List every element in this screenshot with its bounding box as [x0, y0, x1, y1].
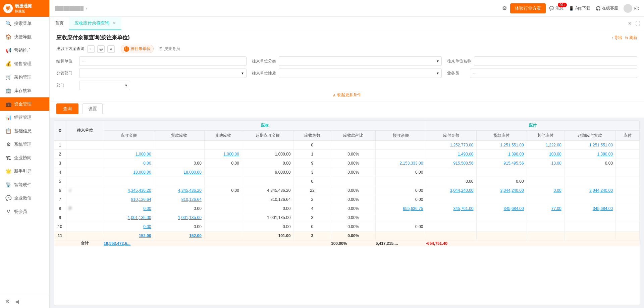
filter-collapse-btn[interactable]: « [107, 45, 115, 53]
cell-unit [66, 159, 104, 168]
scheme-unit-icon: U [124, 46, 129, 52]
settle-unit-input[interactable]: ··· [79, 56, 247, 66]
filter-target-btn[interactable]: ◎ [97, 45, 105, 53]
user-menu[interactable]: Rit [624, 4, 639, 13]
cell-other-ap[interactable]: 13.00 [527, 159, 564, 168]
cell-ar-amount[interactable]: 4,345,436.20 [104, 186, 154, 195]
query-button[interactable]: 查询 [56, 103, 78, 114]
cell-other-ap[interactable]: 77.00 [527, 204, 564, 213]
cell-ap-amount[interactable]: 345,761.00 [426, 204, 476, 213]
cell-ap2 [616, 204, 640, 213]
footer-ap-amount: -654,751.40 [426, 240, 476, 247]
cell-ap-amount[interactable]: 915,508.56 [426, 159, 476, 168]
cell-ar-amount[interactable]: 152.00 [104, 231, 154, 240]
cell-loan-ap[interactable]: 1,251,551.00 [476, 141, 527, 150]
refresh-button[interactable]: ↻ 刷新 [625, 35, 637, 41]
dept-manage-input[interactable]: ▾ [79, 69, 247, 78]
cell-ar-amount[interactable]: 0.00 [104, 222, 154, 231]
cell-loan-ap[interactable]: 915,495.56 [476, 159, 527, 168]
dept-input[interactable]: ▾ [79, 81, 130, 90]
cell-loan-ar[interactable]: 152.00 [154, 231, 204, 240]
tab-ar-ap[interactable]: 应收应付余额查询 ✕ [69, 17, 121, 30]
sidebar-item-inventory[interactable]: 🏢 库存核算 [0, 84, 49, 97]
settings-button[interactable]: 设置 [83, 103, 103, 114]
scheme-by-unit[interactable]: U 按往来单位 [121, 45, 154, 53]
sidebar-item-finance[interactable]: 💼 资金管理 [0, 97, 49, 111]
cell-ap-amount[interactable]: 1,490.00 [426, 150, 476, 159]
cell-ar-amount[interactable]: 810,126.64 [104, 195, 154, 204]
cell-loan-ar[interactable]: 4,345,436.20 [154, 186, 204, 195]
cell-ap-amount[interactable]: 3,044,240.00 [426, 186, 476, 195]
cell-overdue-ap[interactable]: 345,684.00 [564, 204, 615, 213]
cell-prepaid[interactable]: 655,636.75 [376, 204, 426, 213]
sidebar-item-corp[interactable]: 🏗 企业协同 [0, 151, 49, 165]
tab-close-icon[interactable]: ✕ [113, 21, 116, 26]
app-download-button[interactable]: 📱 App下载 [569, 5, 590, 11]
sidebar-item-wechat[interactable]: 💬 企业微信 [0, 191, 49, 205]
sidebar-item-purchase[interactable]: 🛒 采购管理 [0, 71, 49, 84]
filter-add-btn[interactable]: + [87, 45, 95, 53]
cell-loan-ap[interactable]: 345,684.00 [476, 204, 527, 213]
cell-other-ar[interactable]: 1,000.00 [204, 150, 242, 159]
cell-ar-amount[interactable]: 1,001,135.00 [104, 213, 154, 222]
cell-loan-ap[interactable]: 1,390.00 [476, 150, 527, 159]
cell-ap-amount[interactable]: 1,252,773.00 [426, 141, 476, 150]
online-service-button[interactable]: 🎧 在线客服 [596, 5, 618, 11]
message-button[interactable]: 💬 消息 99+ [549, 5, 564, 11]
tab-home[interactable]: 首页 [50, 17, 69, 30]
sidebar-item-hardware[interactable]: 📡 智能硬件 [0, 178, 49, 191]
cell-prepaid[interactable]: 2,153,333.00 [376, 159, 426, 168]
header-gear-icon[interactable]: ⚙ [502, 5, 507, 11]
cell-loan-ar[interactable]: 810,126.64 [154, 195, 204, 204]
table-settings-icon[interactable]: ⚙ [58, 128, 62, 133]
cell-other-ap[interactable]: 100.00 [527, 150, 564, 159]
export-button[interactable]: ↑ 导出 [611, 35, 622, 41]
unit-category-input[interactable]: ▾ [279, 56, 442, 66]
cell-overdue-ap[interactable]: 3,044,240.00 [564, 186, 615, 195]
cell-ap-amount: 0.00 [426, 177, 476, 186]
sidebar-item-member[interactable]: Ⅴ 畅会员 [0, 205, 49, 218]
cell-loan-ap [476, 195, 527, 204]
cell-other-ap[interactable]: 0.00 [527, 186, 564, 195]
sidebar-item-base-info[interactable]: 📋 基础信息 [0, 124, 49, 138]
cell-unit [66, 141, 104, 150]
cell-ar-amount[interactable]: 0.00 [104, 204, 154, 213]
unit-nature-input[interactable]: ▾ [279, 69, 442, 78]
cell-ar-amount[interactable]: 18,000.00 [104, 168, 154, 177]
filter-collapse-toggle[interactable]: ∧ 收起更多条件 [56, 90, 637, 99]
col-settings-icon[interactable]: ⚙ [54, 121, 66, 141]
cell-ap-amount [426, 222, 476, 231]
scheme-by-staff[interactable]: ⏱ 按业务员 [156, 45, 183, 53]
sidebar-item-system[interactable]: ⚙ 系统管理 [0, 138, 49, 151]
cell-loan-ar[interactable]: 18,000.00 [154, 168, 204, 177]
collapse-sidebar-icon[interactable]: ◀‌‌ [15, 299, 19, 305]
cell-ar-amount[interactable]: 1,000.00 [104, 150, 154, 159]
cell-loan-ar: 0.00 [154, 159, 204, 168]
promo-button[interactable]: 体验行业方案 [510, 3, 546, 13]
col-other-ar: 其他应收 [204, 131, 242, 141]
sidebar-item-operations[interactable]: 📊 经营管理 [0, 111, 49, 124]
window-close-icon[interactable]: ✕ [628, 21, 632, 26]
cell-ar-amount[interactable]: 0.00 [104, 159, 154, 168]
cell-overdue-ap[interactable]: 1,390.00 [564, 150, 615, 159]
cell-loan-ap[interactable]: 3,044,240.00 [476, 186, 527, 195]
window-maximize-icon[interactable]: ⛶ [635, 21, 640, 26]
sidebar-item-marketing[interactable]: 📢 营销推广 [0, 44, 49, 57]
unit-name-input[interactable] [474, 56, 637, 66]
cell-overdue-ap[interactable]: 1,251,551.00 [564, 141, 615, 150]
logo-sub: 标准版 [15, 9, 32, 14]
sidebar-item-search-menu[interactable]: 🔍 搜索菜单 [0, 17, 49, 30]
sidebar-item-sales[interactable]: 💰 销售管理 [0, 57, 49, 71]
table-wrapper[interactable]: ⚙ 往来单位 应收 应付 应收金额 货款应收 其他应收 超期应收金额 应收笔数 … [54, 120, 640, 305]
sidebar-item-quick-nav[interactable]: 🏠 快捷导航 [0, 30, 49, 44]
breadcrumb-text: ██████████ [55, 6, 84, 11]
table-row: 91,001,135.001,001,135.001,001,135.0030.… [54, 213, 640, 222]
cell-other-ap[interactable]: 1,222.00 [527, 141, 564, 150]
salesman-input[interactable]: ··· [470, 69, 637, 78]
cell-overdue-ar [242, 177, 293, 186]
corp-icon: 🏗 [5, 155, 11, 161]
settings-bottom-icon[interactable]: ⚙ [5, 299, 10, 305]
sidebar-item-guide[interactable]: 🌟 新手引导 [0, 165, 49, 178]
salesman-label: 业务员 [447, 71, 467, 76]
cell-loan-ar[interactable]: 1,001,135.00 [154, 213, 204, 222]
